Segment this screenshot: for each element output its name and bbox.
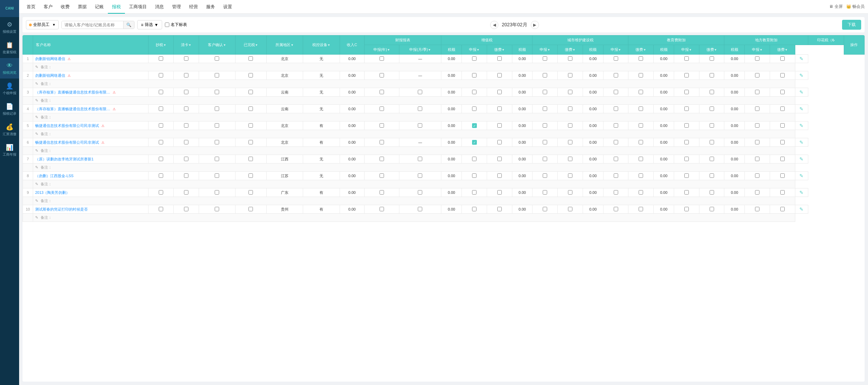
th-device[interactable]: 税控设备▼ xyxy=(303,35,340,55)
row-checkbox[interactable] xyxy=(780,190,785,195)
th-yh-jf[interactable]: 缴费▼ xyxy=(770,45,795,55)
row-checkbox[interactable] xyxy=(248,140,253,144)
nav-shezhi[interactable]: 设置 xyxy=(219,0,236,14)
row-checkbox[interactable] xyxy=(543,173,547,178)
th-fp-month[interactable]: 申报(月/季)▼ xyxy=(399,45,441,55)
nav-baoshui[interactable]: 报税 xyxy=(108,0,125,14)
row-checkbox[interactable] xyxy=(159,140,163,144)
th-zzs-sb[interactable]: 申报▼ xyxy=(462,45,487,55)
edit-button[interactable]: ✎ xyxy=(799,73,803,78)
row-checkbox[interactable] xyxy=(568,207,572,211)
row-checkbox[interactable] xyxy=(710,123,714,128)
row-checkbox[interactable] xyxy=(710,90,714,94)
row-checkbox[interactable] xyxy=(380,73,384,77)
row-checkbox[interactable] xyxy=(159,190,163,195)
row-checkbox[interactable] xyxy=(543,123,547,128)
row-checkbox[interactable] xyxy=(755,106,759,111)
row-checkbox[interactable] xyxy=(215,123,219,128)
row-checkbox[interactable] xyxy=(684,106,689,111)
row-checkbox[interactable] xyxy=(639,56,643,61)
row-checkbox[interactable] xyxy=(780,157,785,161)
edit-button[interactable]: ✎ xyxy=(799,56,803,61)
row-checkbox[interactable] xyxy=(614,157,618,161)
row-checkbox[interactable] xyxy=(159,56,163,61)
company-name-link[interactable]: 测试斯春的凭证打印的时候是否 xyxy=(35,207,88,211)
edit-button[interactable]: ✎ xyxy=(799,206,803,212)
row-checkbox[interactable] xyxy=(710,140,714,144)
row-checkbox[interactable] xyxy=(497,173,502,178)
row-checkbox[interactable] xyxy=(418,157,422,161)
row-checkbox[interactable] xyxy=(159,173,163,178)
row-checkbox[interactable] xyxy=(614,106,618,111)
row-checkbox[interactable] xyxy=(418,106,422,111)
row-checkbox[interactable] xyxy=(780,173,785,178)
row-checkbox[interactable] xyxy=(639,157,643,161)
row-checkbox[interactable] xyxy=(184,173,188,178)
row-checkbox[interactable] xyxy=(755,173,759,178)
row-checkbox[interactable] xyxy=(380,157,384,161)
row-checkbox[interactable] xyxy=(755,90,759,94)
row-checkbox[interactable] xyxy=(639,106,643,111)
th-yh-sb[interactable]: 申报▼ xyxy=(745,45,770,55)
row-checkbox[interactable] xyxy=(639,90,643,94)
row-checkbox[interactable] xyxy=(248,90,253,94)
row-checkbox[interactable] xyxy=(215,207,219,211)
row-checkbox[interactable] xyxy=(472,90,476,94)
row-checkbox[interactable] xyxy=(159,73,163,77)
sidebar-item-baoshui-shezhi[interactable]: ⚙ 报税设置 xyxy=(0,17,19,38)
sidebar-item-gongshang-nianbao[interactable]: 📊 工商年报 xyxy=(0,140,19,160)
row-checkbox[interactable] xyxy=(248,106,253,111)
nav-customer[interactable]: 客户 xyxy=(40,0,57,14)
row-checkbox[interactable] xyxy=(184,106,188,111)
row-checkbox[interactable] xyxy=(614,56,618,61)
row-checkbox[interactable] xyxy=(639,123,643,128)
row-checkbox[interactable] xyxy=(497,190,502,195)
row-checkbox[interactable] xyxy=(497,73,502,77)
row-checkbox[interactable] xyxy=(159,157,163,161)
named-list-checkbox-label[interactable]: 名下标表 xyxy=(165,22,187,28)
row-checkbox[interactable] xyxy=(215,56,219,61)
row-checkbox[interactable] xyxy=(472,207,476,211)
row-checkbox[interactable] xyxy=(497,106,502,111)
nav-shoufei[interactable]: 收费 xyxy=(57,0,74,14)
row-checkbox[interactable] xyxy=(639,190,643,195)
nav-home[interactable]: 首页 xyxy=(23,0,40,14)
company-name-link[interactable]: （原）误删勿改李艳牙测试所赛新1 xyxy=(35,157,94,161)
row-checkbox[interactable] xyxy=(497,140,502,144)
row-checkbox[interactable] xyxy=(418,173,422,178)
row-checkbox[interactable] xyxy=(159,207,163,211)
row-checkbox[interactable] xyxy=(755,73,759,77)
company-name-link[interactable]: 2013（陶美芳勿删） xyxy=(35,190,70,195)
sidebar-item-baoshui-jilu[interactable]: 📄 报税记录 xyxy=(0,99,19,119)
row-checkbox[interactable] xyxy=(472,106,476,111)
row-checkbox[interactable] xyxy=(780,73,785,77)
row-checkbox[interactable] xyxy=(248,207,253,211)
row-checkbox[interactable] xyxy=(497,56,502,61)
filter-button[interactable]: ≡ 筛选 ▼ xyxy=(137,20,162,29)
company-name-link[interactable]: 畅捷通信息技术股份有限公司民非测试 xyxy=(35,124,99,128)
edit-button[interactable]: ✎ xyxy=(799,173,803,179)
row-checkbox[interactable] xyxy=(639,173,643,178)
company-name-link[interactable]: 畅捷通信息技术股份有限公司民非测试 xyxy=(35,140,99,144)
row-checkbox[interactable] xyxy=(380,190,384,195)
th-fp-year[interactable]: 申报(年)▼ xyxy=(364,45,399,55)
row-checkbox[interactable] xyxy=(710,207,714,211)
row-checkbox[interactable] xyxy=(568,90,572,94)
row-checkbox[interactable] xyxy=(684,207,689,211)
row-checkbox[interactable] xyxy=(248,173,253,178)
row-checkbox[interactable] xyxy=(418,190,422,195)
row-checkbox[interactable] xyxy=(684,173,689,178)
row-checkbox[interactable] xyxy=(755,157,759,161)
row-checkbox[interactable] xyxy=(755,140,759,144)
th-zzs-jf[interactable]: 缴费▼ xyxy=(487,45,512,55)
row-checkbox[interactable] xyxy=(684,123,689,128)
row-checkbox[interactable] xyxy=(472,56,476,61)
row-checkbox[interactable] xyxy=(248,157,253,161)
row-checkbox[interactable] xyxy=(710,106,714,111)
row-checkbox[interactable] xyxy=(614,207,618,211)
row-checkbox[interactable] xyxy=(755,56,759,61)
edit-button[interactable]: ✎ xyxy=(799,106,803,112)
row-checkbox[interactable] xyxy=(639,73,643,77)
next-month-button[interactable]: ▶ xyxy=(531,21,539,29)
th-qingka[interactable]: 清卡▼ xyxy=(173,35,199,55)
